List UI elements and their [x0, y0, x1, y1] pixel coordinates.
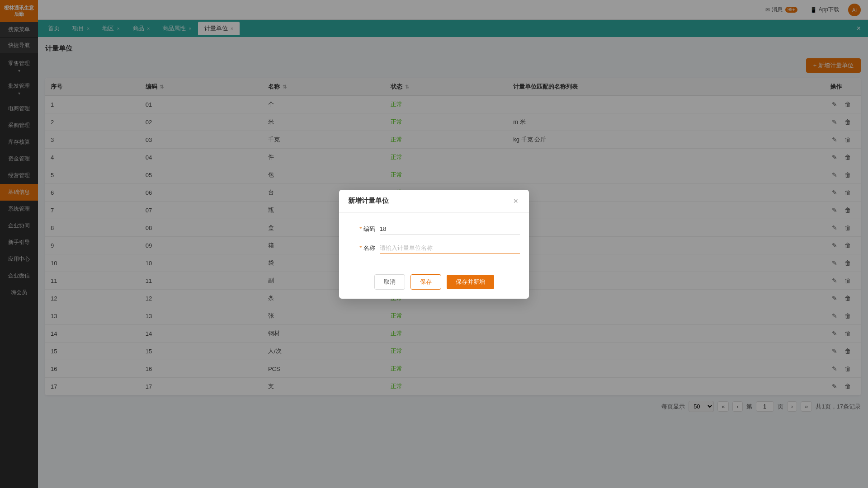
- modal-title: 新增计量单位: [348, 197, 389, 205]
- modal-header: 新增计量单位 ×: [339, 190, 529, 213]
- name-field-row: 名称: [348, 243, 520, 253]
- save-and-new-button[interactable]: 保存并新增: [447, 275, 494, 289]
- code-field-row: 编码: [348, 224, 520, 235]
- modal-footer: 取消 保存 保存并新增: [339, 269, 529, 299]
- cancel-button[interactable]: 取消: [374, 274, 405, 290]
- add-unit-modal: 新增计量单位 × 编码 名称 取消 保存 保存并新增: [339, 190, 529, 299]
- name-label: 名称: [348, 244, 375, 252]
- modal-body: 编码 名称: [339, 213, 529, 269]
- name-input[interactable]: [380, 243, 520, 253]
- save-button[interactable]: 保存: [410, 274, 441, 290]
- code-input[interactable]: [380, 224, 520, 235]
- code-label: 编码: [348, 225, 375, 233]
- modal-close-btn[interactable]: ×: [511, 196, 520, 206]
- modal-overlay[interactable]: 新增计量单位 × 编码 名称 取消 保存 保存并新增: [0, 0, 868, 488]
